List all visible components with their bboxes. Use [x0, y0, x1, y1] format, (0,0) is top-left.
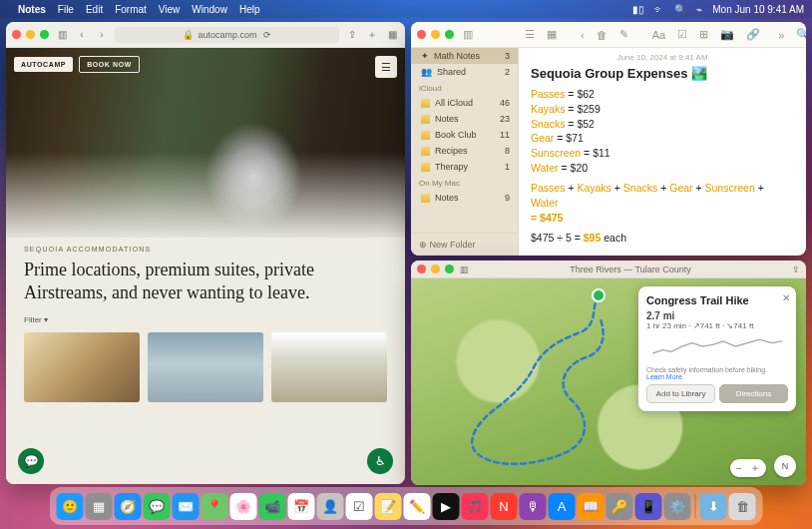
add-to-library-button[interactable]: Add to Library — [646, 384, 715, 403]
menu-view[interactable]: View — [159, 4, 181, 15]
dock-mail[interactable]: ✉️ — [173, 493, 200, 520]
dock-appstore[interactable]: A — [549, 493, 576, 520]
dock-notes[interactable]: 📝 — [375, 493, 402, 520]
back-button[interactable]: ‹ — [75, 29, 89, 40]
safari-window: ▥ ‹ › 🔒 autocamp.com ⟳ ⇪ ＋ ▦ AUTOCAMP BO… — [6, 22, 405, 484]
close-icon[interactable]: ✕ — [782, 292, 790, 303]
trail-safety: Check safety information before hiking. — [646, 366, 788, 373]
dock-messages[interactable]: 💬 — [144, 493, 171, 520]
book-now-button[interactable]: BOOK NOW — [79, 56, 140, 73]
menubar-app[interactable]: Notes — [18, 4, 46, 15]
notes-editor[interactable]: June 10, 2024 at 9:41 AM Sequoia Group E… — [519, 48, 806, 256]
menu-format[interactable]: Format — [115, 4, 147, 15]
dock-passwords[interactable]: 🔑 — [607, 493, 633, 520]
dock-downloads[interactable]: ⬇︎ — [700, 493, 727, 520]
dock-freeform[interactable]: ✏️ — [404, 493, 431, 520]
menubar-clock[interactable]: Mon Jun 10 9:41 AM — [712, 4, 804, 15]
trash-icon[interactable]: 🗑 — [597, 29, 608, 41]
notes-traffic-lights[interactable] — [417, 30, 454, 39]
note-line: Water = $20 — [531, 161, 794, 176]
directions-button[interactable]: Directions — [719, 384, 788, 403]
trail-title: Congress Trail Hike — [646, 294, 788, 306]
dock-settings[interactable]: ⚙️ — [664, 493, 691, 520]
dock-tv[interactable]: ▶︎ — [433, 493, 460, 520]
sidebar-toggle-icon[interactable]: ▥ — [463, 28, 473, 41]
map-canvas[interactable]: ✕ Congress Trail Hike 2.7 mi 1 hr 23 min… — [411, 278, 806, 485]
search-icon[interactable]: 🔍 — [796, 28, 806, 41]
accommodation-thumb[interactable] — [148, 332, 263, 402]
note-line: Gear = $71 — [531, 131, 794, 146]
notes-sidebar: ✦ Math Notes 3 👥 Shared 2 iCloud All iCl… — [411, 48, 519, 256]
forward-button[interactable]: › — [95, 29, 109, 40]
table-icon[interactable]: ⊞ — [699, 28, 708, 41]
back-icon[interactable]: ‹ — [581, 29, 585, 41]
list-view-icon[interactable]: ☰ — [525, 28, 535, 41]
lock-icon: 🔒 — [183, 30, 194, 40]
dock-photos[interactable]: 🌸 — [230, 493, 257, 520]
dock-contacts[interactable]: 👤 — [317, 493, 344, 520]
menu-edit[interactable]: Edit — [86, 4, 103, 15]
checklist-icon[interactable]: ☑︎ — [677, 28, 687, 41]
grid-view-icon[interactable]: ▦ — [547, 28, 557, 41]
sidebar-item-math-notes[interactable]: ✦ Math Notes 3 — [411, 48, 518, 64]
battery-icon[interactable]: ▮▯ — [632, 4, 644, 15]
sidebar-item[interactable]: Notes9 — [411, 190, 518, 206]
link-icon[interactable]: 🔗 — [746, 28, 760, 41]
accessibility-fab[interactable]: ♿︎ — [367, 448, 393, 474]
wifi-icon[interactable]: ᯤ — [654, 4, 664, 15]
control-center-icon[interactable]: ⌁ — [696, 4, 702, 15]
hamburger-menu-icon[interactable]: ☰ — [375, 56, 397, 78]
sidebar-item[interactable]: Recipes8 — [411, 143, 518, 159]
dock-facetime[interactable]: 📹 — [259, 493, 286, 520]
sidebar-heading-icloud: iCloud — [411, 80, 518, 95]
sidebar-item[interactable]: All iCloud46 — [411, 95, 518, 111]
reload-icon[interactable]: ⟳ — [263, 30, 271, 40]
menu-file[interactable]: File — [58, 4, 74, 15]
share-icon[interactable]: ⇪ — [345, 29, 359, 40]
learn-more-link[interactable]: Learn More — [646, 373, 788, 380]
new-folder-button[interactable]: ⊕ New Folder — [411, 233, 518, 256]
new-note-icon[interactable]: ✎ — [619, 28, 628, 41]
media-icon[interactable]: 📷 — [720, 28, 734, 41]
new-tab-button[interactable]: ＋ — [365, 28, 379, 42]
sidebar-item[interactable]: Therapy1 — [411, 159, 518, 175]
site-logo[interactable]: AUTOCAMP — [14, 57, 73, 72]
dock-music[interactable]: 🎵 — [462, 493, 489, 520]
filter-button[interactable]: Filter ▾ — [6, 303, 405, 328]
menu-help[interactable]: Help — [239, 4, 260, 15]
more-icon[interactable]: » — [778, 29, 784, 41]
dock-podcasts[interactable]: 🎙 — [520, 493, 547, 520]
dock-news[interactable]: N — [491, 493, 518, 520]
dock-maps[interactable]: 📍 — [202, 493, 228, 520]
chat-fab[interactable]: 💬 — [18, 448, 44, 474]
dock-calendar[interactable]: 📅 — [288, 493, 315, 520]
accommodation-thumb[interactable] — [271, 332, 387, 402]
dock-trash[interactable]: 🗑 — [729, 493, 756, 520]
page-eyebrow: SEQUOIA ACCOMMODATIONS — [24, 246, 387, 253]
sidebar-item[interactable]: Notes23 — [411, 111, 518, 127]
tabs-icon[interactable]: ▦ — [385, 29, 399, 40]
search-icon[interactable]: 🔍 — [674, 4, 686, 15]
format-icon[interactable]: Aa — [652, 29, 665, 41]
dock-iphone[interactable]: 📱 — [635, 493, 662, 520]
sidebar-toggle-icon[interactable]: ▥ — [460, 264, 469, 274]
svg-point-0 — [593, 289, 605, 301]
share-icon[interactable]: ⇪ — [792, 264, 800, 274]
dock-books[interactable]: 📖 — [578, 493, 605, 520]
dock-safari[interactable]: 🧭 — [115, 493, 142, 520]
elevation-chart — [646, 334, 788, 360]
dock-launchpad[interactable]: ▦ — [86, 493, 113, 520]
note-title: Sequoia Group Expenses 🏞️ — [531, 65, 794, 83]
accommodation-thumb[interactable] — [24, 332, 140, 402]
menu-window[interactable]: Window — [192, 4, 227, 15]
dock-finder[interactable]: 🙂 — [57, 493, 84, 520]
sidebar-item-shared[interactable]: 👥 Shared 2 — [411, 64, 518, 80]
compass-control[interactable]: N — [774, 455, 796, 477]
sidebar-item[interactable]: Book Club11 — [411, 127, 518, 143]
sidebar-toggle-icon[interactable]: ▥ — [55, 29, 69, 40]
maps-traffic-lights[interactable] — [417, 264, 454, 273]
safari-traffic-lights[interactable] — [12, 30, 49, 39]
address-bar[interactable]: 🔒 autocamp.com ⟳ — [115, 27, 339, 43]
dock-reminders[interactable]: ☑︎ — [346, 493, 373, 520]
map-zoom-control[interactable]: −＋ — [730, 459, 766, 477]
